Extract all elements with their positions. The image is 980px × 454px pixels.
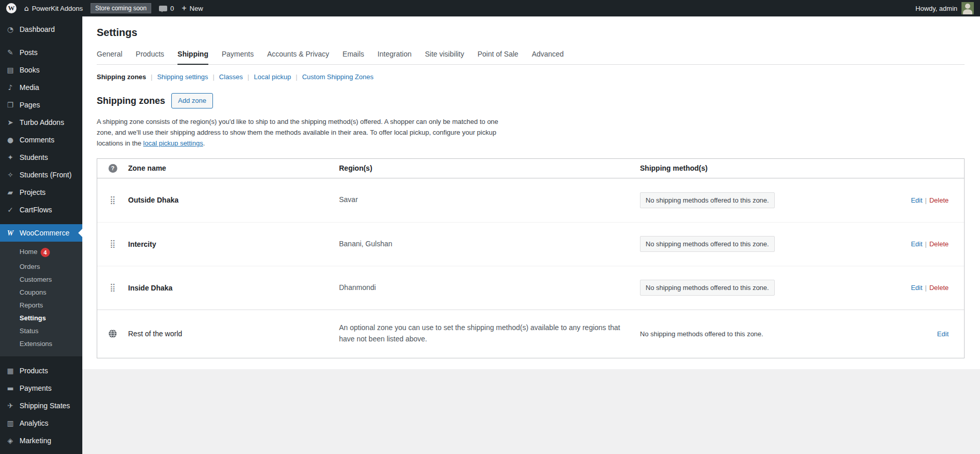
zone-regions: Savar [339, 194, 640, 206]
zone-regions: Banani, Gulshan [339, 239, 640, 250]
tab-shipping[interactable]: Shipping [177, 50, 208, 64]
woocommerce-icon [5, 229, 15, 237]
action-separator [925, 196, 926, 204]
comments-link[interactable]: 0 [159, 5, 174, 12]
subsection-local-pickup[interactable]: Local pickup [243, 73, 291, 81]
sidebar-item-cartflows[interactable]: CartFlows [0, 201, 82, 219]
tab-emails[interactable]: Emails [343, 50, 364, 64]
sidebar-item-analytics[interactable]: Analytics [0, 414, 82, 432]
submenu-item-home[interactable]: Home4 [0, 245, 82, 260]
site-name-label: PowerKit Addons [32, 5, 83, 12]
delete-link[interactable]: Delete [929, 240, 949, 248]
shipping-states-icon [5, 402, 15, 409]
sidebar-item-label: Comments [20, 135, 55, 144]
sidebar-item-woocommerce[interactable]: WooCommerce [0, 224, 82, 242]
description-text-end: . [203, 139, 205, 147]
sidebar-item-dashboard[interactable]: Dashboard [0, 21, 82, 38]
sidebar-item-shipping-states[interactable]: Shipping States [0, 397, 82, 414]
zone-name-link[interactable]: Inside Dhaka [128, 284, 172, 292]
students-icon [5, 154, 15, 161]
column-header-regions: Region(s) [339, 164, 640, 172]
sidebar-item-turbo-addons[interactable]: Turbo Addons [0, 114, 82, 131]
drag-handle-icon[interactable]: ⣿ [110, 196, 116, 204]
sidebar-item-payments[interactable]: Payments [0, 379, 82, 397]
sidebar-item-label: Pages [20, 100, 40, 110]
tab-general[interactable]: General [97, 50, 122, 64]
sidebar-item-label: Products [20, 366, 48, 375]
submenu-item-customers[interactable]: Customers [0, 273, 82, 286]
sidebar-item-pages[interactable]: Pages [0, 96, 82, 114]
avatar[interactable] [961, 2, 974, 14]
sidebar-item-products[interactable]: Products [0, 362, 82, 379]
subsection-custom-shipping-zones[interactable]: Custom Shipping Zones [291, 73, 373, 81]
submenu-item-coupons[interactable]: Coupons [0, 286, 82, 299]
submenu-item-reports[interactable]: Reports [0, 299, 82, 312]
new-content-menu[interactable]: + New [182, 4, 203, 12]
sidebar-item-students[interactable]: Students [0, 149, 82, 166]
sidebar-item-students-front[interactable]: Students (Front) [0, 166, 82, 184]
coming-soon-badge[interactable]: Store coming soon [91, 3, 151, 13]
submenu-item-settings[interactable]: Settings [0, 312, 82, 324]
sidebar-item-media[interactable]: Media [0, 79, 82, 96]
posts-icon [5, 49, 15, 56]
cartflows-icon [5, 206, 15, 213]
wordpress-logo-menu[interactable]: W [6, 3, 16, 13]
sidebar-item-label: Posts [20, 48, 38, 57]
admin-sidebar: Dashboard Posts Books Media Pages Turbo … [0, 16, 82, 454]
edit-link[interactable]: Edit [937, 330, 949, 338]
sidebar-item-books[interactable]: Books [0, 61, 82, 79]
globe-icon [108, 329, 117, 338]
no-methods-chip: No shipping methods offered to this zone… [640, 192, 775, 208]
zone-name-label: Rest of the world [128, 330, 182, 338]
site-name-link[interactable]: ⌂ PowerKit Addons [24, 5, 83, 12]
tab-products[interactable]: Products [136, 50, 164, 64]
sidebar-item-posts[interactable]: Posts [0, 44, 82, 61]
pages-icon [5, 101, 15, 108]
local-pickup-settings-link[interactable]: local pickup settings [143, 139, 203, 147]
plus-icon: + [182, 4, 186, 12]
add-zone-button[interactable]: Add zone [171, 93, 213, 108]
account-menu[interactable]: Howdy, admin [916, 2, 974, 14]
submenu-item-orders[interactable]: Orders [0, 260, 82, 273]
edit-link[interactable]: Edit [911, 196, 922, 204]
submenu-item-label: Extensions [20, 340, 52, 348]
tab-accounts-privacy[interactable]: Accounts & Privacy [267, 50, 329, 64]
table-row-intercity: ⣿ Intercity Banani, Gulshan No shipping … [97, 222, 964, 266]
submenu-item-label: Reports [20, 301, 43, 309]
zone-name-link[interactable]: Outside Dhaka [128, 196, 179, 204]
help-icon[interactable]: ? [109, 164, 117, 173]
sidebar-item-projects[interactable]: Projects [0, 184, 82, 201]
drag-handle-icon[interactable]: ⣿ [110, 284, 116, 292]
subsection-shipping-settings[interactable]: Shipping settings [146, 73, 208, 81]
tab-site-visibility[interactable]: Site visibility [425, 50, 464, 64]
submenu-item-status[interactable]: Status [0, 324, 82, 337]
media-icon [5, 84, 15, 91]
tab-payments[interactable]: Payments [222, 50, 254, 64]
table-row-outside-dhaka: ⣿ Outside Dhaka Savar No shipping method… [97, 178, 964, 222]
sidebar-item-label: Students [20, 153, 48, 162]
sidebar-item-marketing[interactable]: Marketing [0, 432, 82, 449]
tab-point-of-sale[interactable]: Point of Sale [477, 50, 518, 64]
subsection-shipping-zones[interactable]: Shipping zones [97, 73, 146, 81]
delete-link[interactable]: Delete [929, 196, 949, 204]
tab-advanced[interactable]: Advanced [532, 50, 564, 64]
sidebar-item-label: WooCommerce [20, 228, 69, 238]
products-icon [5, 367, 15, 374]
no-methods-text: No shipping methods offered to this zone… [640, 330, 763, 338]
delete-link[interactable]: Delete [929, 284, 949, 292]
sidebar-item-label: Marketing [20, 436, 51, 445]
submenu-item-label: Coupons [20, 288, 46, 296]
sidebar-item-comments[interactable]: Comments [0, 131, 82, 149]
tab-integration[interactable]: Integration [378, 50, 412, 64]
drag-handle-icon[interactable]: ⣿ [110, 240, 116, 248]
sidebar-item-label: Students (Front) [20, 170, 72, 179]
zone-name-link[interactable]: Intercity [128, 240, 156, 248]
edit-link[interactable]: Edit [911, 284, 922, 292]
edit-link[interactable]: Edit [911, 240, 922, 248]
subsection-classes[interactable]: Classes [208, 73, 243, 81]
submenu-item-extensions[interactable]: Extensions [0, 337, 82, 350]
sidebar-item-label: Media [20, 83, 39, 92]
marketing-icon [5, 437, 15, 444]
comments-count: 0 [170, 5, 174, 12]
comments-icon [5, 136, 15, 143]
